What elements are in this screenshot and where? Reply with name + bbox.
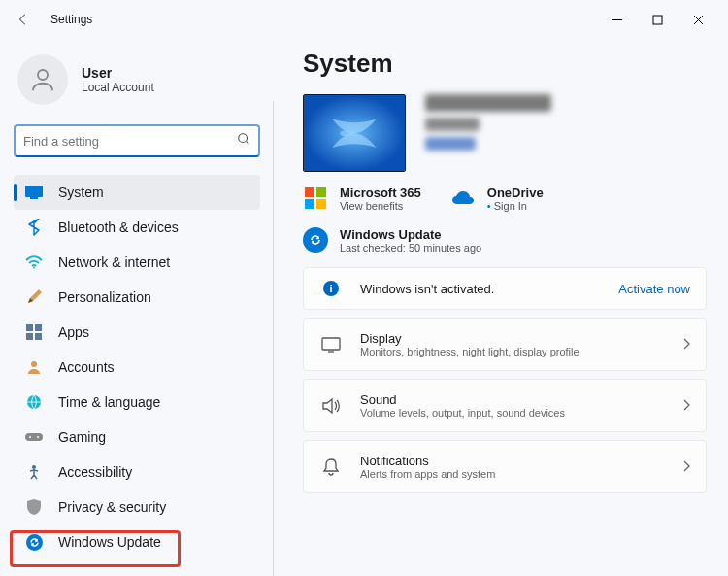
svg-rect-3 bbox=[25, 186, 43, 197]
svg-point-5 bbox=[33, 267, 35, 269]
card-display[interactable]: Display Monitors, brightness, night ligh… bbox=[303, 318, 707, 371]
desktop-thumbnail[interactable] bbox=[303, 94, 406, 172]
sound-icon bbox=[319, 397, 343, 415]
bell-icon bbox=[319, 458, 343, 476]
svg-point-16 bbox=[26, 534, 43, 551]
page-heading: System bbox=[303, 49, 707, 79]
svg-rect-20 bbox=[305, 199, 314, 209]
svg-rect-19 bbox=[316, 187, 326, 197]
nav-item-accounts[interactable]: Accounts bbox=[14, 350, 260, 385]
device-row bbox=[303, 94, 707, 172]
blurred-text bbox=[425, 94, 551, 112]
nav-label: Gaming bbox=[58, 429, 106, 445]
system-icon bbox=[25, 184, 43, 201]
sidebar-divider bbox=[273, 101, 274, 576]
nav-list: System Bluetooth & devices Network & int… bbox=[14, 175, 260, 559]
activation-card[interactable]: i Windows isn't activated. Activate now bbox=[303, 267, 707, 310]
globe-icon bbox=[25, 393, 43, 411]
chevron-right-icon bbox=[682, 458, 690, 476]
nav-item-privacy[interactable]: Privacy & security bbox=[14, 490, 260, 525]
card-notifications[interactable]: Notifications Alerts from apps and syste… bbox=[303, 440, 707, 493]
close-button[interactable] bbox=[678, 6, 718, 33]
nav-label: Privacy & security bbox=[58, 499, 166, 515]
minimize-button[interactable] bbox=[596, 6, 637, 33]
svg-point-13 bbox=[29, 436, 31, 438]
display-icon bbox=[319, 337, 343, 353]
nav-item-gaming[interactable]: Gaming bbox=[14, 420, 260, 455]
nav-item-bluetooth[interactable]: Bluetooth & devices bbox=[14, 210, 260, 245]
card-title: Display bbox=[360, 331, 579, 346]
title-bar: Settings bbox=[0, 0, 728, 39]
search-icon bbox=[237, 132, 250, 150]
svg-rect-18 bbox=[305, 187, 314, 197]
activation-msg: Windows isn't activated. bbox=[360, 282, 494, 296]
svg-rect-8 bbox=[26, 333, 33, 340]
svg-rect-6 bbox=[26, 324, 33, 331]
nav-label: Personalization bbox=[58, 289, 151, 305]
nav-item-accessibility[interactable]: Accessibility bbox=[14, 455, 260, 490]
svg-rect-0 bbox=[653, 16, 662, 24]
services-row: Microsoft 365 View benefits OneDrive • S… bbox=[303, 186, 707, 212]
nav-label: Accounts bbox=[58, 359, 115, 375]
svg-rect-22 bbox=[322, 338, 340, 350]
wifi-icon bbox=[25, 254, 43, 271]
shield-icon bbox=[25, 498, 43, 516]
brush-icon bbox=[25, 288, 43, 306]
svg-point-15 bbox=[32, 465, 36, 469]
nav-item-system[interactable]: System bbox=[14, 175, 260, 210]
windows-update-tile[interactable]: Windows Update Last checked: 50 minutes … bbox=[303, 227, 707, 254]
wu-title: Windows Update bbox=[340, 227, 481, 242]
nav-label: Bluetooth & devices bbox=[58, 220, 179, 235]
blurred-text bbox=[425, 118, 480, 131]
card-sub: Alerts from apps and system bbox=[360, 468, 495, 480]
svg-rect-12 bbox=[25, 433, 43, 441]
m365-title: Microsoft 365 bbox=[340, 186, 421, 200]
card-title: Sound bbox=[360, 392, 565, 407]
chevron-right-icon bbox=[682, 397, 690, 415]
accounts-icon bbox=[25, 358, 43, 376]
back-button[interactable] bbox=[10, 6, 37, 33]
gaming-icon bbox=[25, 428, 43, 446]
card-title: Notifications bbox=[360, 454, 495, 468]
svg-point-10 bbox=[31, 361, 37, 367]
sidebar: User Local Account System Bluetooth & de… bbox=[0, 39, 274, 576]
search-input[interactable] bbox=[23, 134, 237, 149]
bluetooth-icon bbox=[25, 219, 43, 236]
nav-item-network[interactable]: Network & internet bbox=[14, 245, 260, 280]
svg-rect-7 bbox=[35, 324, 42, 331]
user-block[interactable]: User Local Account bbox=[14, 49, 260, 119]
window-title: Settings bbox=[50, 13, 92, 26]
onedrive-icon bbox=[450, 186, 476, 211]
svg-rect-9 bbox=[35, 333, 42, 340]
svg-point-2 bbox=[239, 134, 248, 143]
device-info[interactable] bbox=[425, 94, 551, 156]
onedrive-tile[interactable]: OneDrive • Sign In bbox=[450, 186, 544, 212]
nav-item-windows-update[interactable]: Windows Update bbox=[14, 525, 260, 559]
main-panel: System Microsoft 365 View benefits bbox=[274, 39, 728, 576]
nav-label: Accessibility bbox=[58, 464, 132, 480]
svg-rect-4 bbox=[30, 197, 38, 199]
accessibility-icon bbox=[25, 463, 43, 481]
search-box[interactable] bbox=[14, 124, 260, 157]
nav-label: System bbox=[58, 185, 104, 200]
nav-item-personalization[interactable]: Personalization bbox=[14, 280, 260, 315]
m365-icon bbox=[303, 186, 328, 211]
nav-label: Network & internet bbox=[58, 254, 170, 270]
svg-point-14 bbox=[37, 436, 39, 438]
onedrive-title: OneDrive bbox=[487, 186, 544, 200]
card-sub: Volume levels, output, input, sound devi… bbox=[360, 407, 565, 419]
card-sub: Monitors, brightness, night light, displ… bbox=[360, 346, 579, 357]
update-icon bbox=[25, 533, 43, 551]
nav-item-time[interactable]: Time & language bbox=[14, 385, 260, 420]
svg-rect-21 bbox=[316, 199, 326, 209]
info-icon: i bbox=[319, 281, 343, 296]
maximize-button[interactable] bbox=[637, 6, 678, 33]
user-sub: Local Account bbox=[82, 81, 154, 94]
card-sound[interactable]: Sound Volume levels, output, input, soun… bbox=[303, 379, 707, 432]
nav-label: Apps bbox=[58, 324, 89, 340]
activate-link[interactable]: Activate now bbox=[618, 282, 690, 296]
apps-icon bbox=[25, 323, 43, 341]
nav-label: Time & language bbox=[58, 394, 160, 410]
nav-item-apps[interactable]: Apps bbox=[14, 315, 260, 350]
m365-tile[interactable]: Microsoft 365 View benefits bbox=[303, 186, 421, 212]
